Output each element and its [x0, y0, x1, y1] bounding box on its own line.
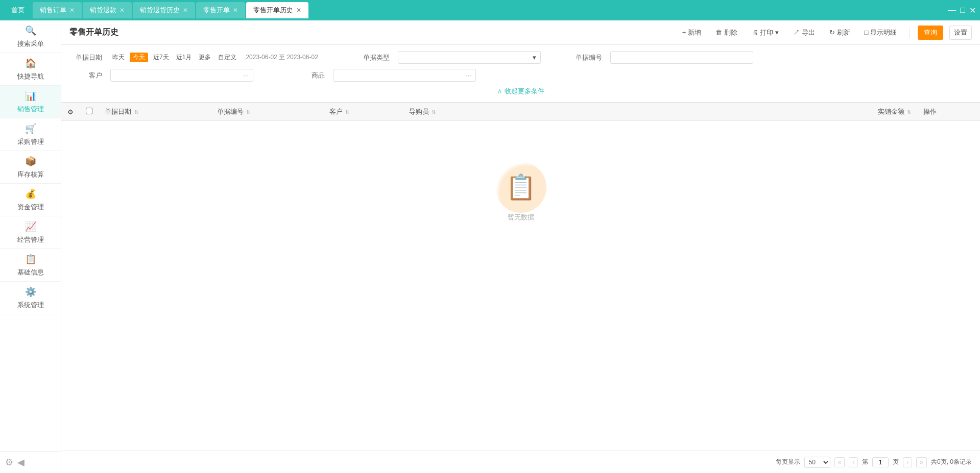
- table-area: ⚙ 单据日期 ⇅ 单据编号 ⇅ 客户: [61, 103, 980, 451]
- sidebar-item-sales[interactable]: 📊 销售管理: [0, 86, 61, 118]
- home-icon: 🏠: [25, 58, 36, 69]
- table-header-row: ⚙ 单据日期 ⇅ 单据编号 ⇅ 客户: [61, 103, 980, 121]
- today-btn[interactable]: 今天: [130, 53, 148, 62]
- number-input[interactable]: [610, 51, 753, 64]
- empty-state: 📋 暂无数据: [61, 121, 980, 263]
- type-select[interactable]: ▾: [398, 51, 541, 64]
- filter-row-1: 单据日期 昨天 今天 近7天 近1月 更多 自定义 2023-06-02 至 2…: [69, 51, 972, 64]
- goods-label: 商品: [292, 71, 325, 80]
- yesterday-btn[interactable]: 昨天: [110, 53, 127, 62]
- customer-select[interactable]: ···: [110, 69, 253, 82]
- th-checkbox[interactable]: [80, 103, 99, 121]
- window-controls: — □ ✕: [948, 6, 976, 15]
- close-icon[interactable]: ✕: [183, 7, 188, 14]
- per-page-select[interactable]: 50 10 20 100: [804, 457, 830, 468]
- first-page-button[interactable]: «: [834, 457, 845, 467]
- sidebar-item-finance[interactable]: 💰 资金管理: [0, 184, 61, 216]
- sidebar-item-search[interactable]: 🔍 搜索采单: [0, 20, 61, 53]
- sort-number-icon: ⇅: [246, 109, 250, 115]
- table-body: 📋 暂无数据: [61, 121, 980, 263]
- main-layout: 🔍 搜索采单 🏠 快捷导航 📊 销售管理 🛒 采购管理 📦 库存核算 💰 资金管…: [0, 20, 980, 473]
- customer-label: 客户: [69, 71, 102, 80]
- sidebar-item-system[interactable]: ⚙️ 系统管理: [0, 282, 61, 314]
- sort-customer-icon: ⇅: [345, 109, 349, 115]
- sort-amount-icon: ⇅: [907, 109, 911, 115]
- tab-sales-return[interactable]: 销货退款 ✕: [83, 2, 132, 18]
- sidebar-item-basic[interactable]: 📋 基础信息: [0, 249, 61, 282]
- sidebar: 🔍 搜索采单 🏠 快捷导航 📊 销售管理 🛒 采购管理 📦 库存核算 💰 资金管…: [0, 20, 61, 473]
- th-settings[interactable]: ⚙: [61, 103, 80, 121]
- toolbar-divider: [909, 28, 910, 38]
- finance-icon: 💰: [25, 188, 36, 200]
- tab-home[interactable]: 首页: [4, 2, 32, 18]
- th-number[interactable]: 单据编号 ⇅: [211, 103, 323, 121]
- sales-icon: 📊: [25, 90, 36, 102]
- page-number-input[interactable]: [872, 457, 889, 467]
- customer-dots-icon: ···: [243, 71, 249, 79]
- goods-select[interactable]: ···: [333, 69, 476, 82]
- next-page-button[interactable]: ›: [903, 457, 912, 467]
- type-arrow-icon: ▾: [533, 54, 536, 61]
- display-detail-button[interactable]: □ 显示明细: [861, 26, 901, 39]
- close-icon[interactable]: ✕: [69, 7, 75, 14]
- page-header: 零售开单历史 + 新增 🗑 删除 🖨 打印 ▾ ↗ 导出 ↻ 刷新: [61, 20, 980, 45]
- empty-illustration: 📋: [495, 162, 546, 213]
- close-icon[interactable]: ✕: [119, 7, 125, 14]
- goods-dots-icon: ···: [466, 71, 471, 79]
- th-amount[interactable]: 实销金额 ⇅: [805, 103, 918, 121]
- system-icon: ⚙️: [25, 286, 36, 297]
- maximize-button[interactable]: □: [960, 6, 965, 15]
- th-date[interactable]: 单据日期 ⇅: [99, 103, 211, 121]
- sidebar-item-nav[interactable]: 🏠 快捷导航: [0, 53, 61, 86]
- pagination-bar: 每页显示 50 10 20 100 « ‹ 第 页 › » 共0页, 0条记录: [61, 451, 980, 473]
- tab-retail-open[interactable]: 零售开单 ✕: [196, 2, 245, 18]
- filter-row-2: 客户 ··· 商品 ···: [69, 69, 972, 82]
- window-close-button[interactable]: ✕: [969, 6, 976, 15]
- sort-salesperson-icon: ⇅: [432, 109, 436, 115]
- toolbar: + 新增 🗑 删除 🖨 打印 ▾ ↗ 导出 ↻ 刷新 □ 显示明细: [678, 26, 972, 40]
- search-icon: 🔍: [25, 25, 36, 36]
- custom-btn[interactable]: 自定义: [216, 53, 238, 62]
- tab-retail-open-history[interactable]: 零售开单历史 ✕: [246, 2, 308, 18]
- last1m-btn[interactable]: 近1月: [174, 53, 194, 62]
- close-icon[interactable]: ✕: [296, 7, 301, 14]
- last-page-button[interactable]: »: [916, 457, 927, 467]
- per-page-label: 每页显示: [776, 458, 800, 466]
- delete-button[interactable]: 🗑 删除: [711, 26, 742, 39]
- data-table: ⚙ 单据日期 ⇅ 单据编号 ⇅ 客户: [61, 103, 980, 263]
- settings-footer-icon[interactable]: ⚙: [5, 457, 13, 468]
- minimize-button[interactable]: —: [948, 6, 956, 15]
- last7-btn[interactable]: 近7天: [151, 53, 171, 62]
- empty-text: 暂无数据: [508, 213, 534, 222]
- export-button[interactable]: ↗ 导出: [789, 26, 819, 39]
- sort-date-icon: ⇅: [134, 109, 138, 115]
- date-shortcuts: 昨天 今天 近7天 近1月 更多 自定义 2023-06-02 至 2023-0…: [110, 53, 318, 62]
- page-suffix-label: 页: [893, 458, 899, 466]
- operation-icon: 📈: [25, 221, 36, 232]
- sidebar-item-inventory[interactable]: 📦 库存核算: [0, 151, 61, 184]
- close-icon[interactable]: ✕: [233, 7, 238, 14]
- th-action: 操作: [917, 103, 980, 121]
- type-label: 单据类型: [357, 53, 390, 62]
- tab-sales-return-history[interactable]: 销货退货历史 ✕: [133, 2, 195, 18]
- sidebar-item-purchase[interactable]: 🛒 采购管理: [0, 118, 61, 151]
- prev-page-button[interactable]: ‹: [849, 457, 858, 467]
- select-all-checkbox[interactable]: [86, 108, 92, 114]
- collapse-sidebar-icon[interactable]: ◀: [17, 457, 25, 468]
- sidebar-item-operation[interactable]: 📈 经营管理: [0, 216, 61, 249]
- th-customer[interactable]: 客户 ⇅: [323, 103, 403, 121]
- sidebar-footer: ⚙ ◀: [0, 451, 61, 473]
- th-salesperson[interactable]: 导购员 ⇅: [403, 103, 499, 121]
- query-button[interactable]: 查询: [918, 26, 943, 40]
- total-info: 共0页, 0条记录: [931, 458, 972, 466]
- refresh-button[interactable]: ↻ 刷新: [825, 26, 854, 39]
- date-label: 单据日期: [69, 53, 102, 62]
- date-range-display: 2023-06-02 至 2023-06-02: [246, 53, 318, 62]
- tab-sales-order[interactable]: 销售订单 ✕: [33, 2, 82, 18]
- more-btn[interactable]: 更多: [197, 53, 213, 62]
- collapse-btn[interactable]: ∧ 收起更多条件: [69, 87, 972, 96]
- number-label: 单据编号: [569, 53, 602, 62]
- settings-button[interactable]: 设置: [949, 26, 972, 40]
- print-button[interactable]: 🖨 打印 ▾: [748, 26, 783, 39]
- add-button[interactable]: + 新增: [678, 26, 705, 39]
